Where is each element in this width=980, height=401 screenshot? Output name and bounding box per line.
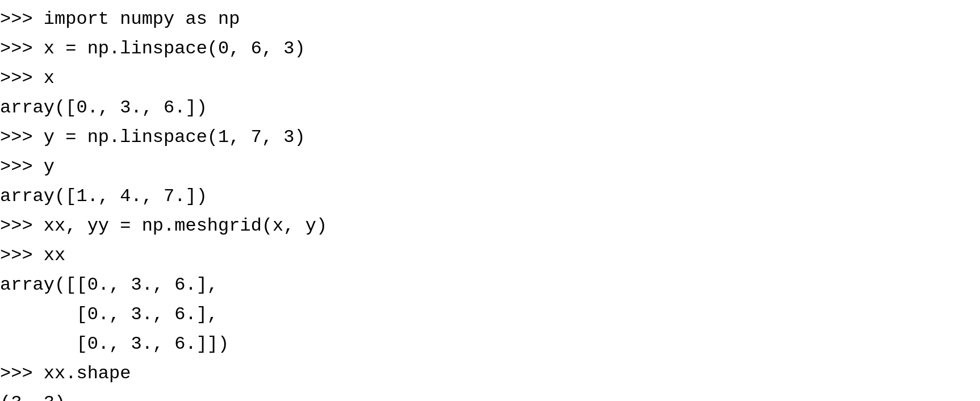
terminal-window[interactable]: >>> import numpy as np>>> x = np.linspac… (0, 0, 980, 401)
terminal-line: array([0., 3., 6.]) (0, 93, 980, 123)
terminal-line: >>> xx, yy = np.meshgrid(x, y) (0, 211, 980, 241)
terminal-line: (3, 3) (0, 389, 980, 401)
terminal-line: array([1., 4., 7.]) (0, 182, 980, 211)
terminal-line: >>> y (0, 152, 980, 182)
terminal-line: [0., 3., 6.], (0, 300, 980, 329)
prompt-code: >>> y (0, 153, 55, 181)
terminal-line: >>> xx (0, 241, 980, 270)
terminal-line: >>> x = np.linspace(0, 6, 3) (0, 34, 980, 64)
prompt-code: >>> import numpy as np (0, 6, 240, 33)
output-text: array([[0., 3., 6.], (0, 271, 218, 299)
prompt-code: >>> xx, yy = np.meshgrid(x, y) (0, 212, 327, 240)
terminal-line: [0., 3., 6.]]) (0, 329, 980, 359)
prompt-code: >>> xx.shape (0, 360, 131, 387)
terminal-line: >>> import numpy as np (0, 5, 980, 34)
output-text: (3, 3) (0, 390, 65, 401)
output-text: array([1., 4., 7.]) (0, 183, 207, 210)
prompt-code: >>> x = np.linspace(0, 6, 3) (0, 35, 305, 62)
terminal-line: array([[0., 3., 6.], (0, 270, 980, 300)
prompt-code: >>> y = np.linspace(1, 7, 3) (0, 124, 305, 151)
terminal-line: >>> xx.shape (0, 359, 980, 389)
prompt-code: >>> xx (0, 242, 65, 269)
output-text: [0., 3., 6.], (0, 301, 218, 328)
terminal-line: >>> y = np.linspace(1, 7, 3) (0, 123, 980, 152)
prompt-code: >>> x (0, 65, 55, 92)
output-text: array([0., 3., 6.]) (0, 94, 207, 122)
output-text: [0., 3., 6.]]) (0, 331, 229, 358)
terminal-line: >>> x (0, 64, 980, 93)
